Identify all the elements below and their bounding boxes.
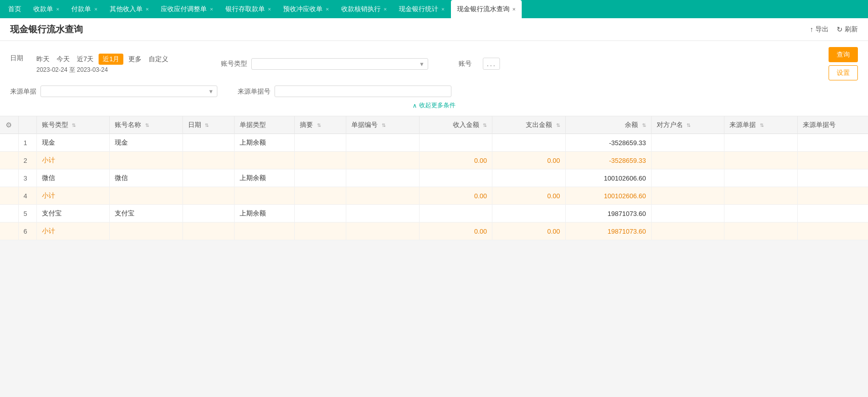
date-more[interactable]: 更多 [126,54,144,65]
th-counterpart[interactable]: 对方户名 ⇅ [651,116,724,134]
nav-other-income[interactable]: 其他收入单 × [104,0,155,18]
th-doc-num[interactable]: 单据编号 ⇅ [346,116,420,134]
th-gear[interactable]: ⚙ [0,116,18,134]
table-row[interactable]: 5支付宝支付宝上期余额19871073.60 [0,205,868,223]
td-doc-num [346,134,420,152]
td-expense [492,205,566,223]
th-date[interactable]: 日期 ⇅ [182,116,234,134]
export-button[interactable]: ↑ 导出 [810,25,829,34]
td-summary [294,187,346,205]
nav-bank-stats-close[interactable]: × [441,6,444,12]
td-source-doc [724,205,798,223]
td-summary [294,169,346,187]
account-type-select[interactable]: ▾ [251,58,428,70]
nav-ar-adjust[interactable]: 应收应付调整单 × [155,0,219,18]
query-button[interactable]: 查询 [829,47,858,62]
td-account-name [110,152,183,169]
table-header-row: ⚙ 账号类型 ⇅ 账号名称 ⇅ 日期 ⇅ 单据类型 [0,116,868,134]
th-balance[interactable]: 余额 ⇅ [565,116,651,134]
page-title: 现金银行流水查询 [10,23,83,35]
td-counterpart [651,134,724,152]
td-summary [294,152,346,169]
account-type-label: 账号类型 [221,59,247,68]
nav-bank-stats[interactable]: 现金银行统计 × [393,0,450,18]
td-date [182,223,234,240]
td-num: 2 [18,152,36,169]
td-source-doc-num [797,152,868,169]
td-date [182,134,234,152]
nav-prepay-close[interactable]: × [326,6,329,12]
nav-home[interactable]: 首页 [2,0,27,18]
export-icon: ↑ [810,25,813,33]
td-expense: 0.00 [492,152,566,169]
date-7days[interactable]: 近7天 [75,54,96,65]
nav-bank-deposit-close[interactable]: × [268,6,271,12]
table-row[interactable]: 6小计0.000.0019871073.60 [0,223,868,240]
td-date [182,187,234,205]
td-gear [0,187,18,205]
td-num: 4 [18,187,36,205]
table-row[interactable]: 1现金现金上期余额-3528659.33 [0,134,868,152]
nav-receipt-close[interactable]: × [56,6,59,12]
th-source-doc-num[interactable]: 来源单据号 [797,116,868,134]
collapse-bar[interactable]: ∧ 收起更多条件 [10,99,858,110]
th-account-type[interactable]: 账号类型 ⇅ [36,116,110,134]
nav-prepay[interactable]: 预收冲应收单 × [277,0,335,18]
filter-area: 日期 昨天 今天 近7天 近1月 更多 自定义 2023-02-24 至 202… [0,41,868,116]
td-income: 0.00 [419,152,492,169]
th-income-label: 收入金额 [453,121,479,128]
th-summary[interactable]: 摘要 ⇅ [294,116,346,134]
table-row[interactable]: 2小计0.000.00-3528659.33 [0,152,868,169]
nav-bank-stats-label: 现金银行统计 [399,5,438,14]
td-account-type: 小计 [36,223,110,240]
account-type-filter: 账号类型 ▾ [221,58,428,70]
source-doc-select[interactable]: ▾ [40,85,217,97]
source-doc-num-input[interactable] [275,85,451,97]
nav-writeoff-label: 收款核销执行 [341,5,381,14]
td-account-name [110,223,183,240]
nav-bank-deposit[interactable]: 银行存取款单 × [219,0,277,18]
date-today[interactable]: 今天 [55,54,72,65]
nav-payment-close[interactable]: × [94,6,97,12]
td-source-doc-num [797,169,868,187]
th-doc-type[interactable]: 单据类型 [234,116,294,134]
date-custom[interactable]: 自定义 [147,54,170,65]
td-source-doc [724,134,798,152]
td-balance: 100102606.60 [565,169,651,187]
nav-receipt-label: 收款单 [33,5,53,14]
th-expense[interactable]: 支出金额 ⇅ [492,116,566,134]
td-gear [0,205,18,223]
filter-row-1: 日期 昨天 今天 近7天 近1月 更多 自定义 2023-02-24 至 202… [10,47,858,80]
nav-writeoff-close[interactable]: × [384,6,387,12]
date-options: 昨天 今天 近7天 近1月 更多 自定义 [34,54,170,65]
collapse-icon: ∧ [413,102,417,109]
table-row[interactable]: 4小计0.000.00100102606.60 [0,187,868,205]
nav-payment-label: 付款单 [71,5,91,14]
nav-bank-flow[interactable]: 现金银行流水查询 × [451,0,522,18]
nav-ar-adjust-close[interactable]: × [210,6,213,12]
th-account-name-sort: ⇅ [145,122,149,128]
th-source-doc[interactable]: 来源单据 ⇅ [724,116,798,134]
table-row[interactable]: 3微信微信上期余额100102606.60 [0,169,868,187]
refresh-button[interactable]: ↻ 刷新 [837,25,858,34]
date-1month[interactable]: 近1月 [99,54,123,65]
nav-other-income-close[interactable]: × [146,6,149,12]
td-account-name [110,187,183,205]
nav-payment[interactable]: 付款单 × [65,0,103,18]
th-source-doc-num-label: 来源单据号 [803,121,836,128]
th-doc-type-label: 单据类型 [240,121,266,128]
account-dots-btn[interactable]: ... [483,58,499,70]
td-doc-type [234,152,294,169]
settings-button[interactable]: 设置 [829,65,858,80]
td-date [182,205,234,223]
th-account-name[interactable]: 账号名称 ⇅ [110,116,183,134]
collapse-label: 收起更多条件 [419,101,455,110]
filter-row-2: 来源单据 ▾ 来源单据号 [10,85,858,97]
th-source-doc-sort: ⇅ [760,122,764,128]
nav-receipt[interactable]: 收款单 × [27,0,65,18]
th-income[interactable]: 收入金额 ⇅ [419,116,492,134]
date-yesterday[interactable]: 昨天 [34,54,52,65]
nav-writeoff[interactable]: 收款核销执行 × [335,0,393,18]
nav-bank-flow-close[interactable]: × [513,6,516,12]
td-counterpart [651,205,724,223]
